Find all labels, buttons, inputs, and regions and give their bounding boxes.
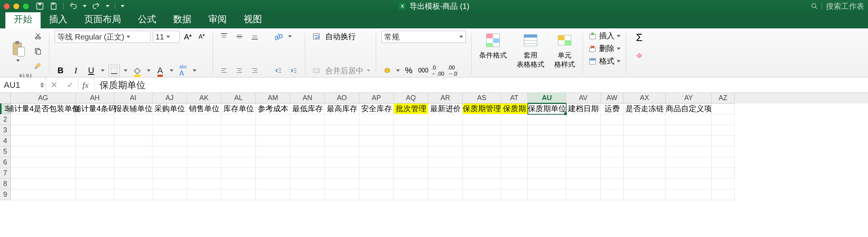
cell-AO9[interactable] [325,189,359,200]
tab-4[interactable]: 数据 [165,11,200,28]
cell-AT7[interactable] [501,168,528,179]
cell-AM5[interactable] [256,146,290,157]
cell-AJ5[interactable] [152,146,187,157]
cell-AO4[interactable] [325,136,359,146]
cell-AX4[interactable] [624,136,666,146]
delete-cells-button[interactable]: 删除 [588,43,621,54]
font-name-dropdown[interactable]: 等线 Regular (正文) [55,31,151,43]
col-header-AH[interactable]: AH [76,93,114,104]
cell-AT1[interactable]: 保质期 [501,104,528,114]
cell-AO7[interactable] [325,168,359,179]
cell-AQ1[interactable]: 批次管理 [394,104,428,114]
col-header-AN[interactable]: AN [290,93,325,104]
cell-AP5[interactable] [359,146,394,157]
borders-button[interactable] [108,65,120,76]
cell-AH3[interactable] [76,125,114,136]
cell-AQ6[interactable] [394,157,428,168]
cell-AR9[interactable] [428,189,463,200]
cell-AV5[interactable] [566,146,601,157]
cell-AN4[interactable] [290,136,325,146]
cell-AW8[interactable] [601,179,624,189]
cell-AT8[interactable] [501,179,528,189]
col-header-AK[interactable]: AK [187,93,221,104]
name-box-down-icon[interactable] [40,86,44,88]
cell-AV3[interactable] [566,125,601,136]
col-header-AZ[interactable]: AZ [712,93,735,104]
col-header-AJ[interactable]: AJ [152,93,187,104]
spreadsheet-grid[interactable]: AGAHAIAJAKALAMANAOAPAQARASATAUAVAWAXAYAZ… [0,93,868,200]
cell-AS8[interactable] [463,179,501,189]
cell-AM2[interactable] [256,114,290,125]
cell-AW2[interactable] [601,114,624,125]
cell-AR6[interactable] [428,157,463,168]
tab-0[interactable]: 开始 [5,11,41,28]
cell-AG4[interactable] [11,136,76,146]
cell-AN9[interactable] [290,189,325,200]
row-header-2[interactable]: 2 [0,114,11,125]
cell-AY4[interactable] [666,136,712,146]
cell-AS9[interactable] [463,189,501,200]
cell-AN3[interactable] [290,125,325,136]
format-as-table-button[interactable]: 套用 表格格式 [514,31,547,70]
font-color-button[interactable]: A [154,65,166,76]
insert-cells-button[interactable]: 插入 [588,31,621,41]
cell-AP3[interactable] [359,125,394,136]
insert-function-button[interactable]: fx [79,77,95,92]
col-header-AT[interactable]: AT [501,93,528,104]
cell-AL8[interactable] [221,179,256,189]
cell-AZ4[interactable] [712,136,735,146]
wrap-text-button[interactable] [311,31,322,42]
cell-AN8[interactable] [290,179,325,189]
cell-AL9[interactable] [221,189,256,200]
cell-AQ4[interactable] [394,136,428,146]
cell-AU5[interactable] [528,146,566,157]
cell-AL7[interactable] [221,168,256,179]
cell-AY8[interactable] [666,179,712,189]
cell-AY1[interactable]: 商品自定义项 [666,104,712,114]
minimize-window-button[interactable] [13,3,19,9]
increase-font-button[interactable]: A▴ [182,31,193,43]
cell-AJ7[interactable] [152,168,187,179]
cell-AN2[interactable] [290,114,325,125]
cell-AP2[interactable] [359,114,394,125]
cell-AQ7[interactable] [394,168,428,179]
increase-indent-button[interactable] [288,65,300,76]
cell-AO5[interactable] [325,146,359,157]
cell-AY3[interactable] [666,125,712,136]
redo-icon[interactable] [92,2,100,10]
cell-AM6[interactable] [256,157,290,168]
cell-AW5[interactable] [601,146,624,157]
cell-AX8[interactable] [624,179,666,189]
cell-AM9[interactable] [256,189,290,200]
cell-AZ6[interactable] [712,157,735,168]
copy-button[interactable] [32,45,44,57]
cell-AZ7[interactable] [712,168,735,179]
cell-AK5[interactable] [187,146,221,157]
cell-AV8[interactable] [566,179,601,189]
decrease-font-button[interactable]: A▾ [196,31,207,43]
cell-AO8[interactable] [325,179,359,189]
autosum-button[interactable]: Σ [632,31,647,44]
number-format-dropdown[interactable]: 常规 [382,31,466,43]
cell-AU7[interactable] [528,168,566,179]
cell-AP4[interactable] [359,136,394,146]
cell-AK4[interactable] [187,136,221,146]
col-header-AU[interactable]: AU [528,93,566,104]
cell-AG5[interactable] [11,146,76,157]
cell-AT5[interactable] [501,146,528,157]
cell-AR2[interactable] [428,114,463,125]
cell-AI7[interactable] [114,168,152,179]
cell-AY9[interactable] [666,189,712,200]
cell-AZ3[interactable] [712,125,735,136]
cell-AH1[interactable]: 辅计量4条码 [76,104,114,114]
cell-AV9[interactable] [566,189,601,200]
enter-formula-button[interactable]: ✓ [62,77,78,92]
cell-AH8[interactable] [76,179,114,189]
col-header-AL[interactable]: AL [221,93,256,104]
cell-AX2[interactable] [624,114,666,125]
cell-AR4[interactable] [428,136,463,146]
cell-AV2[interactable] [566,114,601,125]
cell-AO3[interactable] [325,125,359,136]
cell-AU3[interactable] [528,125,566,136]
cell-AY2[interactable] [666,114,712,125]
